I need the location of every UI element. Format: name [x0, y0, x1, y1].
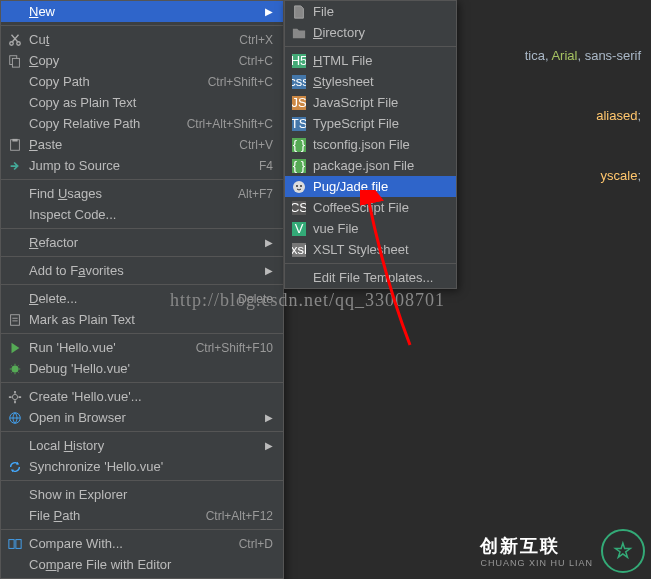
ctx-inspect[interactable]: Inspect Code... — [1, 204, 283, 225]
blank-icon — [7, 207, 23, 223]
menu-item-label: Mark as Plain Text — [29, 312, 273, 327]
ctx-mark-plain[interactable]: Mark as Plain Text — [1, 309, 283, 330]
context-menu[interactable]: New▶CutCtrl+XCopyCtrl+CCopy PathCtrl+Shi… — [0, 0, 284, 579]
menu-item-label: Open in Browser — [29, 410, 265, 425]
ctx-new[interactable]: New▶ — [1, 1, 283, 22]
new-stylesheet[interactable]: cssStylesheet — [285, 71, 456, 92]
new-package-json[interactable]: { }package.json File — [285, 155, 456, 176]
submenu-arrow-icon: ▶ — [265, 440, 273, 451]
new-js-file[interactable]: JSJavaScript File — [285, 92, 456, 113]
new-html-file[interactable]: H5HTML File — [285, 50, 456, 71]
menu-item-label: Directory — [313, 25, 446, 40]
ctx-open-browser[interactable]: Open in Browser▶ — [1, 407, 283, 428]
ctx-debug[interactable]: Debug 'Hello.vue' — [1, 358, 283, 379]
separator — [285, 263, 456, 264]
shortcut-label: Ctrl+Alt+F12 — [206, 509, 273, 523]
menu-item-label: Add to Favorites — [29, 263, 265, 278]
ctx-compare-editor[interactable]: Compare File with Editor — [1, 554, 283, 575]
svg-text:{ }: { } — [293, 138, 306, 152]
svg-rect-10 — [9, 539, 14, 548]
menu-item-label: Compare With... — [29, 536, 239, 551]
menu-item-label: vue File — [313, 221, 446, 236]
js-icon: JS — [291, 95, 307, 111]
ts-icon: TS — [291, 116, 307, 132]
run-icon — [7, 340, 23, 356]
ctx-delete[interactable]: Delete...Delete — [1, 288, 283, 309]
menu-item-label: Show in Explorer — [29, 487, 273, 502]
menu-item-label: Cut — [29, 32, 239, 47]
blank-icon — [7, 508, 23, 524]
file-icon — [291, 4, 307, 20]
scissors-icon — [7, 32, 23, 48]
ctx-show-explorer[interactable]: Show in Explorer — [1, 484, 283, 505]
ctx-paste[interactable]: PasteCtrl+V — [1, 134, 283, 155]
svg-point-24 — [293, 181, 305, 193]
sync-icon — [7, 459, 23, 475]
menu-item-label: HTML File — [313, 53, 446, 68]
new-submenu[interactable]: FileDirectoryH5HTML FilecssStylesheetJSJ… — [284, 0, 457, 289]
ctx-find-usages[interactable]: Find UsagesAlt+F7 — [1, 183, 283, 204]
menu-item-label: Delete... — [29, 291, 238, 306]
menu-item-label: JavaScript File — [313, 95, 446, 110]
shortcut-label: Delete — [238, 292, 273, 306]
svg-text:JS: JS — [292, 96, 306, 110]
new-pug[interactable]: Pug/Jade file — [285, 176, 456, 197]
ctx-cut[interactable]: CutCtrl+X — [1, 29, 283, 50]
svg-text:xsl: xsl — [292, 243, 306, 257]
ctx-copy[interactable]: CopyCtrl+C — [1, 50, 283, 71]
blank-icon — [7, 95, 23, 111]
new-tsconfig[interactable]: { }tsconfig.json File — [285, 134, 456, 155]
svg-point-0 — [10, 41, 14, 45]
shortcut-label: Ctrl+Shift+C — [208, 75, 273, 89]
new-file[interactable]: File — [285, 1, 456, 22]
mark-icon — [7, 312, 23, 328]
blank-icon — [7, 438, 23, 454]
submenu-arrow-icon: ▶ — [265, 237, 273, 248]
svg-point-25 — [296, 185, 298, 187]
svg-text:H5: H5 — [292, 54, 306, 68]
ctx-jump[interactable]: Jump to SourceF4 — [1, 155, 283, 176]
ctx-local-hist[interactable]: Local History▶ — [1, 435, 283, 456]
compare-icon — [7, 536, 23, 552]
menu-item-label: Paste — [29, 137, 239, 152]
menu-item-label: File Path — [29, 508, 206, 523]
blank-icon — [7, 263, 23, 279]
ctx-file-path[interactable]: File PathCtrl+Alt+F12 — [1, 505, 283, 526]
ctx-copy-rel[interactable]: Copy Relative PathCtrl+Alt+Shift+C — [1, 113, 283, 134]
ctx-compare-with[interactable]: Compare With...Ctrl+D — [1, 533, 283, 554]
new-edit-tpl[interactable]: Edit File Templates... — [285, 267, 456, 288]
svg-rect-6 — [11, 314, 20, 325]
ctx-sync[interactable]: Synchronize 'Hello.vue' — [1, 456, 283, 477]
menu-item-label: CoffeeScript File — [313, 200, 446, 215]
new-xslt[interactable]: xslXSLT Stylesheet — [285, 239, 456, 260]
menu-item-label: File — [313, 4, 446, 19]
new-vue[interactable]: Vvue File — [285, 218, 456, 239]
new-coffee[interactable]: CSCoffeeScript File — [285, 197, 456, 218]
ctx-fav[interactable]: Add to Favorites▶ — [1, 260, 283, 281]
menu-item-label: Debug 'Hello.vue' — [29, 361, 273, 376]
css-icon: css — [291, 74, 307, 90]
paste-icon — [7, 137, 23, 153]
menu-item-label: Find Usages — [29, 186, 238, 201]
blank-icon — [291, 270, 307, 286]
blank-icon — [7, 116, 23, 132]
separator — [1, 382, 283, 383]
shortcut-label: F4 — [259, 159, 273, 173]
menu-item-label: New — [29, 4, 265, 19]
ctx-run[interactable]: Run 'Hello.vue'Ctrl+Shift+F10 — [1, 337, 283, 358]
xsl-icon: xsl — [291, 242, 307, 258]
menu-item-label: tsconfig.json File — [313, 137, 446, 152]
ctx-create-run[interactable]: Create 'Hello.vue'... — [1, 386, 283, 407]
new-ts-file[interactable]: TSTypeScript File — [285, 113, 456, 134]
menu-item-label: Stylesheet — [313, 74, 446, 89]
ctx-refactor[interactable]: Refactor▶ — [1, 232, 283, 253]
ctx-copy-path[interactable]: Copy PathCtrl+Shift+C — [1, 71, 283, 92]
menu-item-label: Jump to Source — [29, 158, 259, 173]
ctx-copy-plain[interactable]: Copy as Plain Text — [1, 92, 283, 113]
separator — [1, 228, 283, 229]
blank-icon — [7, 186, 23, 202]
new-directory[interactable]: Directory — [285, 22, 456, 43]
svg-point-7 — [12, 365, 19, 372]
svg-text:{ }: { } — [293, 159, 306, 173]
vue-icon: V — [291, 221, 307, 237]
